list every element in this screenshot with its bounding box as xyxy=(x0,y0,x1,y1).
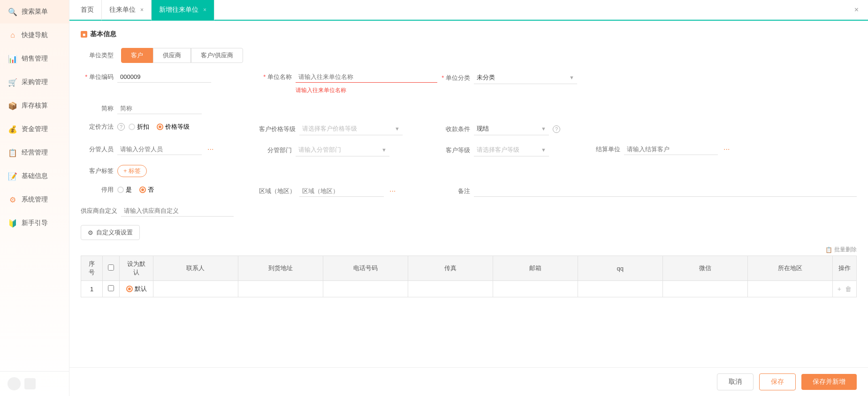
unit-code-input[interactable] xyxy=(117,71,211,83)
unit-type-supplier[interactable]: 供应商 xyxy=(153,48,191,63)
row-region-field[interactable] xyxy=(753,286,828,293)
notes-input[interactable] xyxy=(474,186,857,197)
customer-price-level-select[interactable]: 请选择客户价格等级 ▼ xyxy=(299,123,403,135)
custom-settings-icon: ⚙ xyxy=(88,229,93,236)
tabs-bar: 首页 往来单位 × 新增往来单位 × × xyxy=(69,0,868,21)
sidebar-item-operations[interactable]: 📋 经营管理 xyxy=(0,141,69,164)
pricing-discount-option[interactable]: 折扣 xyxy=(129,123,149,131)
tab-partners-close[interactable]: × xyxy=(140,7,144,13)
unit-name-input[interactable] xyxy=(296,71,437,83)
row-action-buttons: + 🗑 xyxy=(838,285,852,293)
tab-home[interactable]: 首页 xyxy=(73,0,102,20)
phone-field[interactable] xyxy=(328,286,403,293)
chart-icon: 📊 xyxy=(8,54,18,64)
row-default-radio xyxy=(126,286,133,292)
col-wechat: 微信 xyxy=(662,256,747,281)
batch-delete-button[interactable]: 📋 批量删除 xyxy=(825,246,857,254)
row-fax-input[interactable] xyxy=(408,281,493,297)
row-email-input[interactable] xyxy=(493,281,578,297)
unit-name-wrap xyxy=(296,71,437,83)
pricing-level-radio xyxy=(157,124,163,130)
payment-terms-value: 现结 xyxy=(477,124,539,133)
settlement-unit-input[interactable] xyxy=(624,144,718,155)
save-new-button[interactable]: 保存并新增 xyxy=(801,374,857,390)
manager-ellipsis[interactable]: ··· xyxy=(206,145,215,154)
sidebar-bottom xyxy=(0,371,69,396)
unit-category-select[interactable]: 未分类 ▼ xyxy=(474,71,577,84)
disabled-yes-option[interactable]: 是 xyxy=(117,186,132,194)
sidebar-item-guide[interactable]: 🔰 新手引导 xyxy=(0,211,69,235)
contact-field[interactable] xyxy=(158,286,233,293)
fax-field[interactable] xyxy=(413,286,488,293)
tags-label: 客户标签 xyxy=(81,167,114,175)
row-checkbox-cell[interactable] xyxy=(103,281,120,297)
row-contact-input[interactable] xyxy=(153,281,238,297)
pricing-level-option[interactable]: 价格等级 xyxy=(157,123,190,131)
row-phone-input[interactable] xyxy=(323,281,408,297)
customer-level-select[interactable]: 请选择客户等级 ▼ xyxy=(474,144,549,156)
unit-type-both[interactable]: 客户/供应商 xyxy=(191,48,243,63)
unit-name-group: 单位名称 请输入往来单位名称 xyxy=(259,71,437,94)
save-button[interactable]: 保存 xyxy=(759,373,796,390)
address-field[interactable] xyxy=(243,286,318,293)
sidebar-item-purchase[interactable]: 🛒 采购管理 xyxy=(0,70,69,94)
row-default-radio-item[interactable]: 默认 xyxy=(124,285,148,293)
short-name-input[interactable] xyxy=(117,103,202,114)
tab-partners[interactable]: 往来单位 × xyxy=(102,0,152,20)
row-wechat-input[interactable] xyxy=(662,281,747,297)
sidebar-item-base-info[interactable]: 📝 基础信息 xyxy=(0,164,69,188)
tab-new-partner-close[interactable]: × xyxy=(203,7,206,13)
row-delete-button[interactable]: 🗑 xyxy=(845,285,852,293)
unit-type-customer[interactable]: 客户 xyxy=(121,48,153,63)
section-title: ■ 基本信息 xyxy=(81,30,857,39)
chevron-down-icon: ▼ xyxy=(395,126,400,132)
col-action: 操作 xyxy=(832,256,856,281)
notes-label: 备注 xyxy=(437,187,470,195)
department-select[interactable]: 请输入分管部门 ▼ xyxy=(296,144,389,156)
tab-new-partner[interactable]: 新增往来单位 × xyxy=(152,0,214,20)
box-icon: 📦 xyxy=(8,101,18,111)
row-checkbox[interactable] xyxy=(108,285,114,291)
row-region-input[interactable] xyxy=(747,281,832,297)
sidebar-item-quick-nav[interactable]: ⌂ 快捷导航 xyxy=(0,23,69,47)
pricing-discount-radio xyxy=(129,124,135,130)
chevron-down-icon: ▼ xyxy=(541,126,546,132)
payment-terms-select[interactable]: 现结 ▼ xyxy=(474,123,549,135)
wechat-field[interactable] xyxy=(668,286,743,293)
row-add-button[interactable]: + xyxy=(838,285,841,293)
sidebar-item-search[interactable]: 🔍 搜索菜单 xyxy=(0,0,69,23)
cancel-button[interactable]: 取消 xyxy=(717,373,754,390)
customer-price-level-label: 客户价格等级 xyxy=(259,125,296,133)
qq-field[interactable] xyxy=(583,286,658,293)
settlement-unit-label: 结算单位 xyxy=(587,145,620,154)
disabled-no-option[interactable]: 否 xyxy=(139,186,154,194)
payment-terms-help-icon[interactable]: ? xyxy=(553,125,560,133)
row-address-input[interactable] xyxy=(238,281,323,297)
batch-delete-area: 📋 批量删除 xyxy=(81,246,857,254)
unit-category-group: 单位分类 未分类 ▼ xyxy=(437,71,616,84)
customer-price-level-placeholder: 请选择客户价格等级 xyxy=(302,124,393,133)
email-field[interactable] xyxy=(498,286,573,293)
batch-delete-icon: 📋 xyxy=(825,247,832,253)
pricing-help-icon[interactable]: ? xyxy=(117,123,125,131)
row-qq-input[interactable] xyxy=(578,281,662,297)
region-ellipsis[interactable]: ··· xyxy=(388,187,397,195)
supplier-custom-input[interactable] xyxy=(121,205,234,217)
manager-input[interactable] xyxy=(117,144,202,155)
sidebar-item-sales[interactable]: 📊 销售管理 xyxy=(0,47,69,70)
sidebar-item-inventory[interactable]: 📦 库存核算 xyxy=(0,94,69,117)
col-checkbox[interactable] xyxy=(103,256,120,281)
unit-code-label: 单位编码 xyxy=(81,73,114,81)
settlement-ellipsis[interactable]: ··· xyxy=(722,145,731,154)
sidebar-item-system[interactable]: ⚙ 系统管理 xyxy=(0,188,69,211)
disabled-region-row: 停用 是 否 区域（地区） ··· 备注 xyxy=(81,186,857,197)
region-input[interactable] xyxy=(299,186,384,197)
select-all-checkbox[interactable] xyxy=(108,264,114,271)
sidebar-item-finance[interactable]: 💰 资金管理 xyxy=(0,117,69,141)
col-qq: qq xyxy=(578,256,662,281)
custom-settings-button[interactable]: ⚙ 自定义项设置 xyxy=(81,225,140,240)
payment-terms-group: 收款条件 现结 ▼ ? xyxy=(437,123,616,135)
add-tag-button[interactable]: + 标签 xyxy=(117,165,147,177)
user-avatar xyxy=(8,377,21,390)
close-all-tabs[interactable]: × xyxy=(849,6,864,14)
